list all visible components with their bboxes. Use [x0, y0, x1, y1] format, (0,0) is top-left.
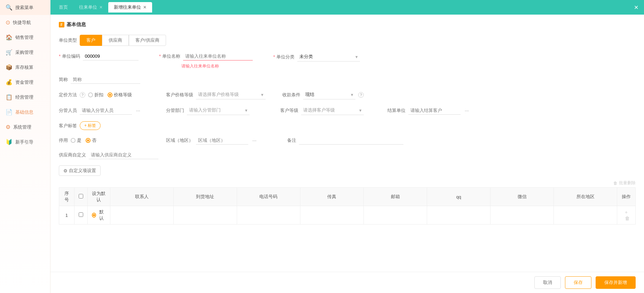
settlement-unit-input[interactable]	[408, 106, 461, 115]
supplier-custom-row: 供应商自定义	[59, 151, 636, 159]
delete-row-btn[interactable]: 🗑	[625, 215, 630, 221]
sidebar-item-operations[interactable]: 📋 经营管理	[0, 90, 50, 105]
sidebar-item-sales[interactable]: 🏠 销售管理	[0, 30, 50, 45]
sidebar-item-label: 系统管理	[13, 124, 31, 130]
supplier-custom-group: 供应商自定义	[59, 151, 158, 159]
sidebar-item-guide[interactable]: 🔰 新手引导	[0, 135, 50, 149]
email-input[interactable]	[368, 211, 423, 219]
qq-input[interactable]	[431, 211, 486, 219]
row-region[interactable]	[554, 206, 617, 225]
close-all-tabs[interactable]: ✕	[631, 3, 641, 12]
disabled-yes-option[interactable]: 是	[71, 137, 81, 144]
quick-nav-icon: ⊙	[6, 19, 10, 26]
sidebar-item-finance[interactable]: 💰 资金管理	[0, 75, 50, 90]
row-wechat[interactable]	[490, 206, 554, 225]
sidebar-item-system[interactable]: ⚙ 系统管理	[0, 120, 50, 135]
custom-settings-label: 自定义项设置	[69, 168, 96, 174]
unit-name-group: 单位名称 请输入往来单位名称	[159, 52, 257, 69]
row-fax[interactable]	[300, 206, 363, 225]
unit-code-input[interactable]	[83, 52, 139, 60]
select-all-checkbox[interactable]	[79, 194, 83, 198]
sidebar-item-basic-info[interactable]: 📄 基础信息	[0, 105, 50, 120]
tab-new-partner-close[interactable]: ✕	[143, 5, 147, 10]
row-qq[interactable]	[427, 206, 490, 225]
tab-partner-list[interactable]: 往来单位 ✕	[73, 2, 108, 13]
search-icon: 🔍	[6, 4, 13, 11]
pricing-radio-group: 折扣 价格等级	[88, 92, 132, 98]
sidebar-item-quick-nav[interactable]: ⊙ 快捷导航	[0, 15, 50, 30]
col-region: 所在地区	[554, 188, 617, 206]
contact-input[interactable]	[115, 211, 169, 219]
sidebar-item-search[interactable]: 🔍 搜索菜单	[0, 0, 50, 15]
row-contact[interactable]	[110, 206, 173, 225]
col-address: 到货地址	[173, 188, 237, 206]
payment-terms-select[interactable]: 现结 ▾	[303, 90, 355, 99]
tab-new-partner[interactable]: 新增往来单位 ✕	[108, 2, 152, 13]
pricing-level-option[interactable]: 价格等级	[108, 92, 132, 98]
region-more-btn[interactable]: ···	[251, 138, 258, 143]
department-label: 分管部门	[166, 107, 184, 114]
col-index: 序号	[59, 188, 74, 206]
region-input[interactable]	[196, 136, 248, 145]
save-new-button[interactable]: 保存并新增	[596, 276, 636, 289]
customer-level-select[interactable]: 请选择客户等级 ▾	[301, 106, 364, 115]
row-checkbox[interactable]	[79, 212, 83, 217]
customer-level-label: 客户等级	[280, 107, 298, 114]
add-tag-btn[interactable]: + 标签	[80, 121, 101, 130]
fax-input[interactable]	[305, 211, 359, 219]
settlement-unit-label: 结算单位	[387, 107, 406, 114]
tab-home[interactable]: 首页	[53, 2, 73, 13]
phone-input[interactable]	[241, 211, 296, 219]
wechat-input[interactable]	[495, 211, 549, 219]
unit-type-supplier-btn[interactable]: 供应商	[102, 35, 129, 46]
sidebar-item-label: 采购管理	[15, 49, 33, 56]
unit-type-customer-btn[interactable]: 客户	[80, 35, 102, 46]
pricing-discount-radio	[88, 92, 93, 97]
sidebar-item-purchase[interactable]: 🛒 采购管理	[0, 45, 50, 60]
unit-category-chevron: ▾	[355, 54, 358, 59]
unit-name-error: 请输入往来单位名称	[181, 64, 219, 68]
add-row-btn[interactable]: ＋	[624, 209, 629, 215]
cancel-button[interactable]: 取消	[534, 276, 561, 289]
customer-price-level-label: 客户价格等级	[166, 92, 193, 98]
payment-help-icon[interactable]: ?	[358, 92, 364, 98]
remark-input[interactable]	[299, 136, 403, 145]
pricing-discount-label: 折扣	[94, 92, 103, 98]
batch-delete-label[interactable]: 批量删除	[619, 180, 636, 186]
customer-price-level-select[interactable]: 请选择客户价格等级 ▾	[196, 90, 266, 99]
manager-input[interactable]	[80, 106, 132, 115]
pricing-help-icon[interactable]: ?	[80, 92, 85, 98]
unit-category-label: 单位分类	[273, 54, 294, 60]
manager-more-btn[interactable]: ···	[135, 108, 142, 113]
supplier-custom-input[interactable]	[89, 151, 158, 159]
sidebar-item-label: 快捷导航	[13, 19, 31, 26]
basic-info-icon: 📄	[6, 109, 13, 115]
customer-level-group: 客户等级 请选择客户等级 ▾	[280, 106, 378, 115]
settlement-more-btn[interactable]: ···	[463, 108, 470, 113]
sidebar-item-inventory[interactable]: 📦 库存核算	[0, 60, 50, 75]
department-select[interactable]: 请输入分管部门 ▾	[187, 106, 250, 115]
row-phone[interactable]	[237, 206, 300, 225]
supplier-custom-label: 供应商自定义	[59, 152, 86, 158]
region-input[interactable]	[558, 211, 613, 219]
tab-partner-list-close[interactable]: ✕	[99, 5, 103, 10]
batch-delete: 🗑 批量删除	[59, 180, 636, 186]
row-default-radio[interactable]: 默认	[92, 209, 106, 221]
payment-terms-chevron: ▾	[351, 92, 353, 97]
remark-label: 备注	[287, 137, 296, 144]
sidebar-item-label: 新手引导	[15, 139, 33, 145]
row-address[interactable]	[173, 206, 237, 225]
unit-category-select[interactable]: 未分类 ▾	[297, 52, 360, 62]
disabled-no-option[interactable]: 否	[86, 137, 96, 144]
section-header: F 基本信息	[59, 22, 636, 28]
row-email[interactable]	[363, 206, 427, 225]
pricing-discount-option[interactable]: 折扣	[88, 92, 103, 98]
unit-name-input[interactable]	[183, 52, 253, 60]
custom-settings-btn[interactable]: ⚙ 自定义项设置	[59, 165, 101, 176]
section-title: 基本信息	[66, 22, 86, 28]
unit-type-both-btn[interactable]: 客户/供应商	[129, 35, 166, 46]
save-button[interactable]: 保存	[565, 276, 591, 289]
address-input[interactable]	[178, 211, 233, 219]
short-name-input[interactable]	[71, 75, 140, 84]
sidebar: 🔍 搜索菜单 ⊙ 快捷导航 🏠 销售管理 🛒 采购管理 📦 库存核算 💰 资金管…	[0, 0, 50, 293]
